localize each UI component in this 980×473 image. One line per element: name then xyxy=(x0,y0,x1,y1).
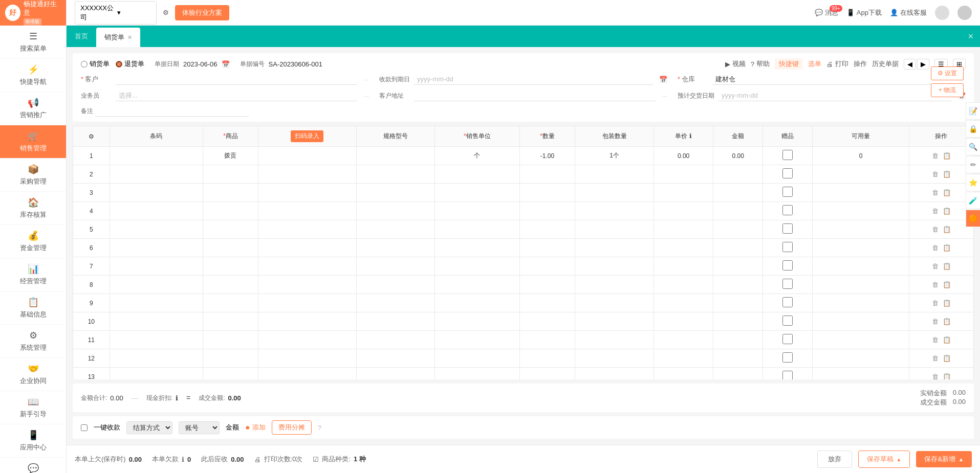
row-delete-icon-0[interactable]: 🗑 xyxy=(932,152,939,160)
row-barcode-10[interactable] xyxy=(110,331,203,349)
row-copy-icon-7[interactable]: 📋 xyxy=(943,281,951,288)
due-date-calendar-icon[interactable]: 📅 xyxy=(659,76,667,83)
sidebar-item-7[interactable]: 📊经营管理 xyxy=(0,258,66,291)
discard-button[interactable]: 放弃 xyxy=(817,451,852,468)
sidebar-item-13[interactable]: 💬企业微信 xyxy=(0,458,66,473)
company-select[interactable]: XXXXXX公司 ▾ xyxy=(75,1,157,25)
operate-btn[interactable]: 操作 xyxy=(854,59,867,69)
settings-form-btn[interactable]: ⚙ 设置 xyxy=(931,66,964,80)
row-barcode-3[interactable] xyxy=(110,202,203,220)
row-delete-icon-2[interactable]: 🗑 xyxy=(932,189,939,196)
expected-date-input[interactable] xyxy=(718,90,951,101)
row-copy-icon-4[interactable]: 📋 xyxy=(943,226,951,233)
sidebar-item-8[interactable]: 📋基础信息 xyxy=(0,291,66,325)
due-date-input[interactable] xyxy=(414,74,653,85)
sidebar-item-2[interactable]: 📢营销推广 xyxy=(0,92,66,125)
online-service-item[interactable]: 👤 在线客服 xyxy=(890,8,927,17)
row-delete-icon-11[interactable]: 🗑 xyxy=(932,354,939,362)
row-delete-icon-6[interactable]: 🗑 xyxy=(932,262,939,270)
row-barcode-6[interactable] xyxy=(110,257,203,276)
print-btn[interactable]: 🖨 打印 xyxy=(826,59,848,69)
logistics-btn[interactable]: + 物流 xyxy=(931,83,964,97)
right-btn-7[interactable]: 🟠 xyxy=(966,210,980,227)
row-barcode-1[interactable] xyxy=(110,165,203,184)
row-barcode-9[interactable] xyxy=(110,312,203,331)
row-delete-icon-7[interactable]: 🗑 xyxy=(932,281,939,288)
row-barcode-2[interactable] xyxy=(110,184,203,202)
customer-dots-icon[interactable]: ··· xyxy=(363,76,369,83)
row-copy-icon-9[interactable]: 📋 xyxy=(943,318,951,325)
warehouse-input[interactable] xyxy=(712,74,954,85)
tab-close-all-icon[interactable]: ✕ xyxy=(968,32,974,40)
history-btn[interactable]: 历史单据 xyxy=(872,59,899,69)
shortcut-btn[interactable]: 快捷键 xyxy=(775,58,803,70)
row-copy-icon-0[interactable]: 📋 xyxy=(943,152,951,160)
right-btn-5[interactable]: ⭐ xyxy=(966,174,980,191)
row-delete-icon-10[interactable]: 🗑 xyxy=(932,336,939,344)
row-barcode-12[interactable] xyxy=(110,368,203,380)
right-btn-4[interactable]: ✏ xyxy=(966,156,980,173)
draft-button[interactable]: 保存草稿 ▲ xyxy=(858,451,910,468)
salesperson-dots-icon[interactable]: ··· xyxy=(363,92,369,100)
tab-sales-order[interactable]: 销货单 ✕ xyxy=(96,28,140,47)
row-copy-icon-12[interactable]: 📋 xyxy=(943,373,951,379)
sidebar-item-3[interactable]: 🛒销售管理 xyxy=(0,125,66,159)
add-payment-btn[interactable]: ● 添加 xyxy=(245,423,266,432)
video-btn[interactable]: ▶ 视频 xyxy=(725,59,746,69)
row-barcode-0[interactable] xyxy=(110,147,203,165)
gear-icon[interactable]: ⚙ xyxy=(163,9,169,16)
row-delete-icon-9[interactable]: 🗑 xyxy=(932,318,939,325)
right-btn-2[interactable]: 🔒 xyxy=(966,120,980,138)
row-copy-icon-11[interactable]: 📋 xyxy=(943,354,951,362)
row-copy-icon-1[interactable]: 📋 xyxy=(943,170,951,178)
return-type-radio[interactable]: 退货单 xyxy=(116,59,144,69)
th-settings[interactable]: ⚙ xyxy=(73,126,110,147)
row-delete-icon-8[interactable]: 🗑 xyxy=(932,299,939,307)
row-delete-icon-1[interactable]: 🗑 xyxy=(932,170,939,178)
row-barcode-11[interactable] xyxy=(110,349,203,368)
remark-input[interactable] xyxy=(95,105,249,117)
row-copy-icon-8[interactable]: 📋 xyxy=(943,299,951,307)
right-btn-1[interactable]: 📝 xyxy=(966,102,980,120)
row-delete-icon-3[interactable]: 🗑 xyxy=(932,207,939,215)
scan-button[interactable]: 扫码录入 xyxy=(291,130,323,142)
expense-btn[interactable]: 费用分摊 xyxy=(272,420,312,435)
row-delete-icon-12[interactable]: 🗑 xyxy=(932,373,939,379)
choose-btn[interactable]: 选单 xyxy=(808,59,821,69)
sidebar-item-9[interactable]: ⚙系统管理 xyxy=(0,325,66,358)
row-copy-icon-6[interactable]: 📋 xyxy=(943,262,951,270)
row-copy-icon-3[interactable]: 📋 xyxy=(943,207,951,215)
sidebar-item-1[interactable]: ⚡快捷导航 xyxy=(0,59,66,92)
tab-close-icon[interactable]: ✕ xyxy=(127,34,132,41)
nav-next-btn[interactable]: ▶ xyxy=(917,59,929,70)
right-btn-6[interactable]: 🧪 xyxy=(966,192,980,209)
payment-account-select[interactable]: 账号 xyxy=(179,421,220,434)
help-btn[interactable]: ? 帮助 xyxy=(751,59,770,69)
sale-type-radio[interactable]: 销货单 xyxy=(81,59,110,69)
row-copy-icon-5[interactable]: 📋 xyxy=(943,244,951,252)
message-item[interactable]: 💬 消息 99+ xyxy=(815,8,838,17)
row-delete-icon-4[interactable]: 🗑 xyxy=(932,226,939,233)
save-button[interactable]: 保存&新增 ▲ xyxy=(916,451,972,467)
row-delete-icon-5[interactable]: 🗑 xyxy=(932,244,939,252)
payment-method-select[interactable]: 结算方式 xyxy=(126,421,172,434)
nav-prev-btn[interactable]: ◀ xyxy=(904,59,916,70)
avatar[interactable] xyxy=(935,6,949,20)
right-btn-3[interactable]: 🔍 xyxy=(966,138,980,155)
customer-input[interactable] xyxy=(116,74,357,85)
row-barcode-5[interactable] xyxy=(110,239,203,257)
trial-button[interactable]: 体验行业方案 xyxy=(175,5,229,20)
sidebar-item-11[interactable]: 📖新手引导 xyxy=(0,391,66,424)
row-copy-icon-2[interactable]: 📋 xyxy=(943,189,951,196)
sidebar-item-5[interactable]: 🏠库存核算 xyxy=(0,192,66,225)
app-download-item[interactable]: 📱 App下载 xyxy=(846,8,882,17)
row-barcode-7[interactable] xyxy=(110,276,203,294)
tab-home[interactable]: 首页 xyxy=(67,27,96,46)
sidebar-item-0[interactable]: ☰搜索菜单 xyxy=(0,26,66,59)
salesperson-input[interactable] xyxy=(116,90,357,101)
address-dots-icon[interactable]: ··· xyxy=(662,92,667,100)
customer-address-input[interactable] xyxy=(414,90,656,101)
row-copy-icon-10[interactable]: 📋 xyxy=(943,336,951,344)
sidebar-item-12[interactable]: 📱应用中心 xyxy=(0,424,66,458)
sidebar-item-6[interactable]: 💰资金管理 xyxy=(0,225,66,258)
